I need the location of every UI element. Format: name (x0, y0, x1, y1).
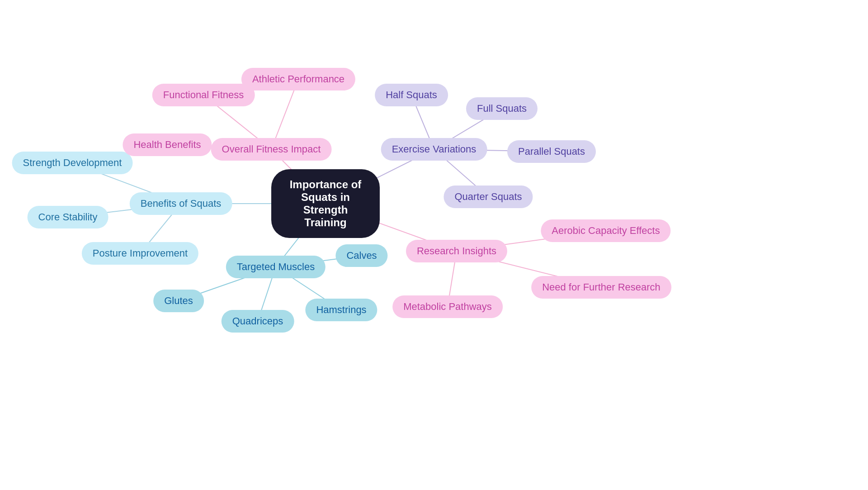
node-research[interactable]: Research Insights (406, 240, 507, 262)
node-calves[interactable]: Calves (335, 244, 387, 267)
node-quarter[interactable]: Quarter Squats (443, 186, 533, 208)
node-hamstrings[interactable]: Hamstrings (305, 299, 377, 321)
node-posture[interactable]: Posture Improvement (82, 242, 198, 265)
node-quadriceps[interactable]: Quadriceps (222, 310, 294, 333)
node-athletic[interactable]: Athletic Performance (241, 68, 355, 90)
node-center[interactable]: Importance of Squats in Strength Trainin… (271, 169, 380, 238)
node-glutes[interactable]: Glutes (153, 290, 204, 312)
node-targeted[interactable]: Targeted Muscles (226, 256, 326, 278)
node-strength[interactable]: Strength Development (12, 152, 133, 174)
node-metabolic[interactable]: Metabolic Pathways (392, 295, 503, 318)
node-full[interactable]: Full Squats (466, 97, 538, 120)
node-exercise[interactable]: Exercise Variations (381, 138, 487, 161)
node-aerobic[interactable]: Aerobic Capacity Effects (541, 219, 670, 242)
node-functional[interactable]: Functional Fitness (152, 84, 255, 106)
node-benefits[interactable]: Benefits of Squats (130, 192, 232, 215)
node-half[interactable]: Half Squats (375, 84, 448, 106)
node-health[interactable]: Health Benefits (123, 133, 212, 156)
node-core[interactable]: Core Stability (28, 206, 108, 228)
mindmap-container: Importance of Squats in Strength Trainin… (0, 0, 868, 490)
node-further[interactable]: Need for Further Research (531, 276, 671, 299)
node-parallel[interactable]: Parallel Squats (507, 140, 596, 163)
node-overall[interactable]: Overall Fitness Impact (211, 138, 332, 161)
